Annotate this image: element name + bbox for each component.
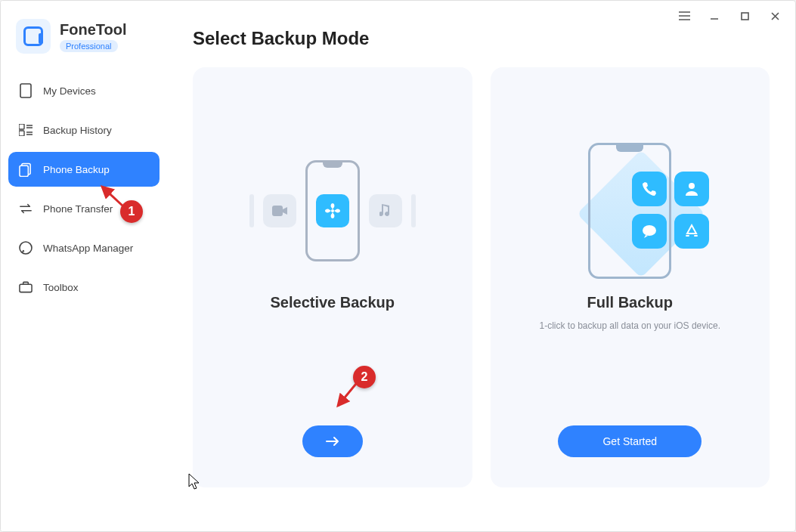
mouse-cursor xyxy=(188,473,202,490)
history-icon xyxy=(19,123,33,137)
annotation-badge-2: 2 xyxy=(353,366,376,388)
minimize-button[interactable] xyxy=(702,5,727,26)
cta-label: Get Started xyxy=(602,435,657,447)
sidebar-item-label: Phone Transfer xyxy=(43,203,113,215)
messages-icon xyxy=(632,214,667,249)
sidebar-item-label: My Devices xyxy=(43,85,96,97)
svg-rect-0 xyxy=(742,13,748,20)
titlebar-controls xyxy=(671,5,788,26)
sidebar-item-whatsapp-manager[interactable]: WhatsApp Manager xyxy=(8,230,160,265)
card-full-backup[interactable]: Full Backup 1-click to backup all data o… xyxy=(491,67,770,487)
sidebar-item-backup-history[interactable]: Backup History xyxy=(8,113,160,147)
sidebar: FoneTool Professional My Devices Backup … xyxy=(1,1,167,531)
sidebar-item-label: Toolbox xyxy=(43,282,79,293)
page-title: Select Backup Mode xyxy=(193,28,770,49)
sidebar-item-label: Backup History xyxy=(43,125,112,136)
full-illustration xyxy=(588,135,671,286)
close-button[interactable] xyxy=(762,5,788,26)
toolbox-icon xyxy=(19,280,33,294)
brand-tag: Professional xyxy=(60,40,118,52)
app-icon-grid xyxy=(632,172,709,249)
contact-icon xyxy=(674,172,709,206)
brand: FoneTool Professional xyxy=(8,19,160,73)
maximize-button[interactable] xyxy=(732,5,757,26)
full-start-button[interactable]: Get Started xyxy=(558,425,702,457)
card-title: Selective Backup xyxy=(270,294,395,311)
slot-indicator xyxy=(411,194,416,227)
brand-name: FoneTool xyxy=(60,21,127,39)
sidebar-item-label: WhatsApp Manager xyxy=(43,243,133,254)
transfer-icon xyxy=(19,202,33,215)
backup-mode-cards: Selective Backup xyxy=(193,67,770,487)
svg-rect-5 xyxy=(20,165,28,176)
phone-icon xyxy=(305,160,360,261)
svg-rect-8 xyxy=(272,206,283,216)
sidebar-item-phone-backup[interactable]: Phone Backup xyxy=(8,152,160,187)
phone-call-icon xyxy=(632,172,667,206)
slot-indicator xyxy=(249,194,254,227)
music-icon xyxy=(369,194,402,227)
card-subtitle: 1-click to backup all data on your iOS d… xyxy=(540,320,720,331)
brand-text: FoneTool Professional xyxy=(60,21,127,52)
fan-icon xyxy=(316,194,349,227)
svg-rect-2 xyxy=(19,124,24,129)
arrow-right-icon xyxy=(325,436,340,447)
annotation-badge-1: 1 xyxy=(120,200,143,223)
card-selective-backup[interactable]: Selective Backup xyxy=(193,67,472,487)
svg-rect-7 xyxy=(20,284,32,292)
svg-rect-3 xyxy=(19,131,24,136)
app-window: FoneTool Professional My Devices Backup … xyxy=(0,0,796,532)
menu-button[interactable] xyxy=(671,5,697,26)
sidebar-nav: My Devices Backup History Phone Backup P… xyxy=(8,73,160,305)
svg-point-11 xyxy=(643,225,656,236)
selective-illustration xyxy=(249,135,416,286)
sidebar-item-toolbox[interactable]: Toolbox xyxy=(8,270,160,305)
appstore-icon xyxy=(674,214,709,249)
card-title: Full Backup xyxy=(587,294,673,311)
backup-icon xyxy=(19,162,33,176)
svg-point-9 xyxy=(331,209,334,212)
svg-point-6 xyxy=(20,242,32,254)
selective-start-button[interactable] xyxy=(302,425,363,457)
svg-point-10 xyxy=(689,183,695,189)
main-content: Select Backup Mode xyxy=(167,1,795,531)
svg-rect-1 xyxy=(20,84,31,97)
device-icon xyxy=(19,84,33,97)
app-logo xyxy=(16,19,51,54)
whatsapp-icon xyxy=(19,241,33,255)
sidebar-item-label: Phone Backup xyxy=(43,164,110,175)
sidebar-item-my-devices[interactable]: My Devices xyxy=(8,73,160,108)
video-icon xyxy=(263,194,296,227)
